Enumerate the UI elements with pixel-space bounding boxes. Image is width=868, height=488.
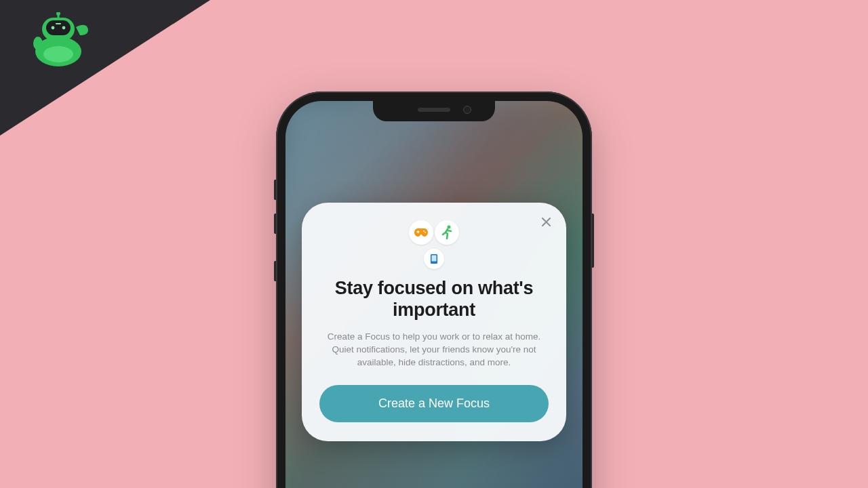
fitness-icon	[435, 220, 459, 245]
gaming-icon	[409, 220, 433, 245]
focus-icon-row-2	[424, 249, 444, 269]
phone-frame: Stay focused on what's important Create …	[276, 92, 592, 488]
svg-rect-2	[46, 20, 71, 35]
focus-icon-row	[409, 220, 459, 245]
svg-point-3	[52, 26, 55, 30]
close-icon	[542, 218, 551, 226]
reading-icon	[424, 249, 444, 269]
card-description: Create a Focus to help you work or to re…	[319, 331, 549, 369]
svg-rect-16	[432, 256, 437, 262]
site-logo	[26, 12, 91, 70]
svg-rect-5	[56, 23, 61, 24]
phone-screen: Stay focused on what's important Create …	[285, 101, 583, 488]
svg-point-7	[56, 12, 60, 16]
svg-point-9	[43, 46, 73, 62]
card-title: Stay focused on what's important	[319, 277, 549, 321]
svg-rect-11	[418, 230, 418, 233]
svg-point-8	[33, 37, 43, 50]
close-button[interactable]	[539, 215, 553, 228]
svg-point-12	[423, 230, 425, 232]
phone-notch	[373, 101, 495, 121]
create-focus-button[interactable]: Create a New Focus	[319, 385, 549, 422]
focus-intro-card: Stay focused on what's important Create …	[302, 203, 566, 441]
svg-point-4	[62, 26, 66, 30]
svg-point-13	[425, 232, 426, 233]
